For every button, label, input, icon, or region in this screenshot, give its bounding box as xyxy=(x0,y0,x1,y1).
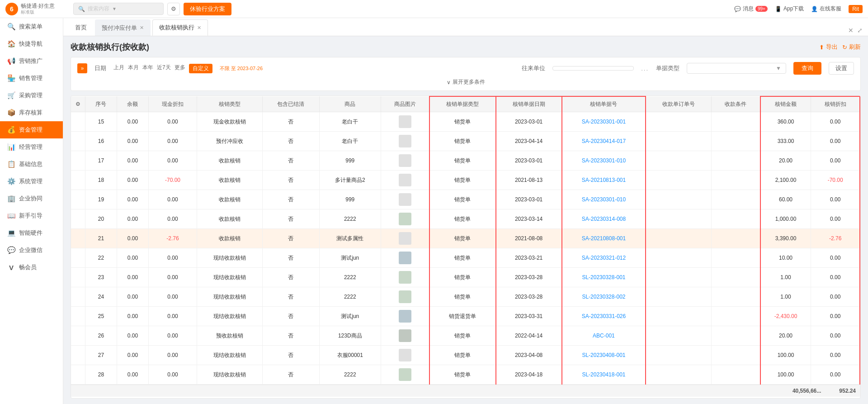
page-title: 收款核销执行(按收款) xyxy=(71,42,149,52)
data-table-wrapper[interactable]: ⚙ 序号 余额 现金折扣 核销类型 包含已结清 商品 商品图片 核销单据类型 核… xyxy=(71,95,861,399)
td-product-image xyxy=(381,209,429,229)
search-area: 🔍 搜索内容 ▼ ⚙ 休验行业方案 xyxy=(73,3,730,15)
tab-writeoff-close[interactable]: ✕ xyxy=(197,25,201,31)
td-cash-discount: 0.00 xyxy=(148,190,197,209)
col-writeoff-type: 核销类型 xyxy=(197,96,263,112)
footer-total-discount: 952.24 xyxy=(839,388,856,394)
td-doc-type: 销货单 xyxy=(429,268,495,287)
voucher-type-select[interactable]: ▼ xyxy=(687,63,786,74)
message-button[interactable]: 💬 消息 99+ xyxy=(734,5,768,13)
query-button[interactable]: 查询 xyxy=(793,62,821,75)
tab-prepay-close[interactable]: ✕ xyxy=(140,25,144,31)
table-row: 25 0.00 0.00 现结收款核销 否 测试jun 销货退货单 2023-0… xyxy=(71,307,860,326)
td-doc-no[interactable]: SA-20210813-001 xyxy=(562,171,646,190)
td-writeoff-amount: 100.00 xyxy=(760,365,811,385)
user-avatar[interactable]: Rit xyxy=(849,5,863,13)
restore-window-icon[interactable]: ⤢ xyxy=(857,27,863,34)
sidebar-item-guide[interactable]: 📖 新手引导 xyxy=(0,207,63,224)
td-settings xyxy=(71,112,85,132)
gear-button[interactable]: ⚙ xyxy=(167,3,180,15)
sidebar-item-basic[interactable]: 📋 基础信息 xyxy=(0,156,63,173)
product-image-thumb xyxy=(399,193,411,206)
sidebar-item-hardware[interactable]: 💻 智能硬件 xyxy=(0,224,63,242)
search-box[interactable]: 🔍 搜索内容 ▼ xyxy=(73,3,164,15)
td-doc-no[interactable]: SA-20230301-010 xyxy=(562,151,646,171)
td-doc-no[interactable]: ABC-001 xyxy=(562,326,646,346)
col-settings[interactable]: ⚙ xyxy=(71,96,85,112)
td-doc-no[interactable]: SL-20230408-001 xyxy=(562,346,646,365)
date-range-text: 不限 至 2023-07-26 xyxy=(220,65,263,72)
sidebar-item-system[interactable]: ⚙️ 系统管理 xyxy=(0,173,63,190)
this-year-btn[interactable]: 本年 xyxy=(142,64,153,73)
industry-button[interactable]: 休验行业方案 xyxy=(184,3,231,15)
col-receipt-order-no: 收款单订单号 xyxy=(646,96,711,112)
hardware-icon: 💻 xyxy=(7,229,15,237)
expand-filter-button[interactable]: » xyxy=(77,63,87,73)
service-icon: 👤 xyxy=(811,6,818,12)
tab-home[interactable]: 首页 xyxy=(69,19,93,36)
tab-writeoff[interactable]: 收款核销执行 ✕ xyxy=(152,19,208,36)
online-service-button[interactable]: 👤 在线客服 xyxy=(811,5,841,13)
sidebar-item-wechat[interactable]: 💬 企业微信 xyxy=(0,242,63,259)
main-panel: 首页 预付冲应付单 ✕ 收款核销执行 ✕ ✕ ⤢ 收款核销执行(按收款) xyxy=(63,18,868,404)
custom-date-btn[interactable]: 自定义 xyxy=(189,64,212,73)
sidebar-item-marketing[interactable]: 📢 营销推广 xyxy=(0,52,63,70)
td-included-cleared: 否 xyxy=(262,112,319,132)
tab-prepay[interactable]: 预付冲应付单 ✕ xyxy=(95,19,151,36)
sidebar-item-quicknav[interactable]: 🏠 快捷导航 xyxy=(0,35,63,52)
app-download-button[interactable]: 📱 App下载 xyxy=(775,5,804,13)
td-doc-no[interactable]: SL-20230418-001 xyxy=(562,365,646,385)
td-doc-no[interactable]: SL-20230328-002 xyxy=(562,287,646,307)
td-included-cleared: 否 xyxy=(262,229,319,248)
td-doc-no[interactable]: SA-20230301-001 xyxy=(562,112,646,132)
expand-more-button[interactable]: ∨ 展开更多条件 xyxy=(447,78,485,86)
search-menu-icon: 🔍 xyxy=(7,23,15,31)
sidebar-item-sales[interactable]: 🏪 销售管理 xyxy=(0,70,63,87)
dots-separator: ... xyxy=(641,65,649,72)
td-receipt-order-no xyxy=(646,171,711,190)
td-writeoff-type: 现结收款核销 xyxy=(197,346,263,365)
td-receipt-condition xyxy=(712,365,760,385)
td-doc-type: 销货单 xyxy=(429,209,495,229)
td-product: 多计量商品2 xyxy=(319,171,381,190)
last-month-btn[interactable]: 上月 xyxy=(113,64,124,73)
setting-button[interactable]: 设置 xyxy=(829,62,854,75)
td-doc-no[interactable]: SA-20230414-017 xyxy=(562,132,646,151)
more-date-btn[interactable]: 更多 xyxy=(175,64,185,73)
from-unit-input[interactable] xyxy=(552,66,634,71)
td-product: 测试jun xyxy=(319,248,381,268)
sidebar-item-enterprise[interactable]: 🏢 企业协同 xyxy=(0,190,63,207)
product-image-thumb xyxy=(399,290,411,303)
col-receipt-condition: 收款条件 xyxy=(712,96,760,112)
td-doc-no[interactable]: SL-20230328-001 xyxy=(562,268,646,287)
product-image-thumb xyxy=(399,329,411,342)
td-doc-no[interactable]: SA-20230314-008 xyxy=(562,209,646,229)
td-doc-no[interactable]: SA-20230301-010 xyxy=(562,190,646,209)
td-doc-no[interactable]: SA-20210808-001 xyxy=(562,229,646,248)
td-balance: 0.00 xyxy=(117,365,148,385)
table-row: 15 0.00 0.00 现金收款核销 否 老白干 销货单 2023-03-01… xyxy=(71,112,860,132)
td-seq: 17 xyxy=(85,151,117,171)
td-doc-no[interactable]: SA-20230321-012 xyxy=(562,248,646,268)
td-writeoff-discount: 0.00 xyxy=(811,151,860,171)
sidebar-item-member[interactable]: V 畅会员 xyxy=(0,259,63,276)
td-seq: 20 xyxy=(85,209,117,229)
sidebar-item-business[interactable]: 📊 经营管理 xyxy=(0,138,63,156)
td-receipt-condition xyxy=(712,190,760,209)
sidebar-item-search[interactable]: 🔍 搜索菜单 xyxy=(0,18,63,35)
td-receipt-condition xyxy=(712,132,760,151)
this-month-btn[interactable]: 本月 xyxy=(128,64,139,73)
export-button[interactable]: ⬆ 导出 xyxy=(819,43,838,51)
refresh-button[interactable]: ↻ 刷新 xyxy=(842,43,861,51)
last7days-btn[interactable]: 近7天 xyxy=(157,64,171,73)
td-seq: 23 xyxy=(85,268,117,287)
td-cash-discount: 0.00 xyxy=(148,307,197,326)
td-cash-discount: 0.00 xyxy=(148,132,197,151)
sales-icon: 🏪 xyxy=(7,74,15,82)
close-window-icon[interactable]: ✕ xyxy=(848,27,854,34)
sidebar-item-purchase[interactable]: 🛒 采购管理 xyxy=(0,87,63,104)
td-doc-no[interactable]: SA-20230331-026 xyxy=(562,307,646,326)
logo-text: 畅捷通·好生意 标准版 xyxy=(21,3,55,14)
sidebar-item-inventory[interactable]: 📦 库存核算 xyxy=(0,104,63,121)
sidebar-item-finance[interactable]: 💰 资金管理 xyxy=(0,121,63,138)
